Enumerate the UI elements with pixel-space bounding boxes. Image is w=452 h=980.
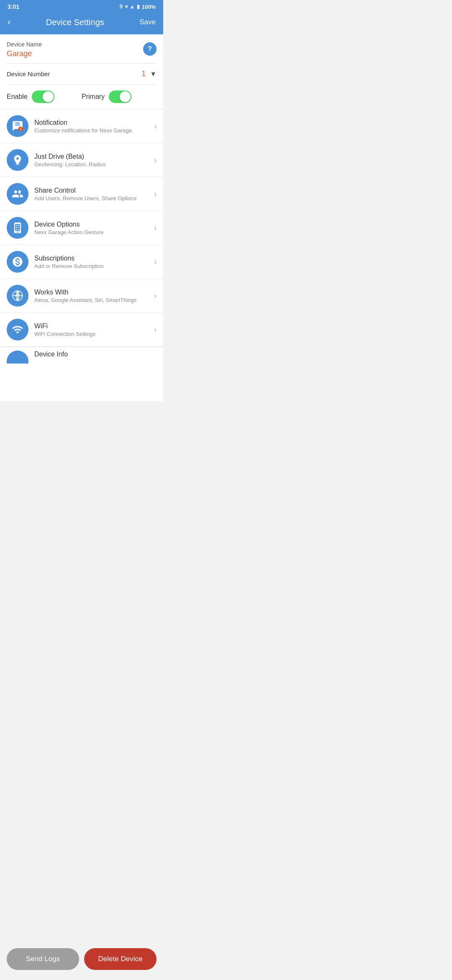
share-control-icon-circle [7,183,28,205]
device-name-value[interactable]: Garage [7,49,157,58]
share-control-title: Share Control [34,187,154,194]
svg-rect-3 [16,225,17,226]
device-number-section: Device Number 1 ▼ [0,64,163,84]
enable-label: Enable [7,93,28,101]
svg-rect-6 [18,227,19,228]
device-options-chevron: › [154,224,157,232]
device-options-icon [12,222,23,234]
wifi-status-icon: ▾ [125,4,128,10]
svg-rect-8 [18,229,19,230]
location-status-icon: ⚲ [119,4,123,10]
works-with-subtitle: Alexa, Google Assistant, Siri, SmartThin… [34,297,154,303]
works-with-icon: + [12,290,23,302]
primary-toggle[interactable] [109,90,131,103]
device-number-dropdown-arrow[interactable]: ▼ [150,70,157,78]
works-with-chevron: › [154,291,157,300]
menu-item-works-with[interactable]: + Works With Alexa, Google Assistant, Si… [0,279,163,313]
wifi-chevron: › [154,325,157,334]
header: ‹ Device Settings Save [0,13,163,34]
content-area: Device Name Garage ? Device Number 1 ▼ E… [0,34,163,401]
svg-rect-7 [16,229,17,230]
enable-toggle-group: Enable [7,90,82,103]
subscriptions-icon-circle [7,251,28,273]
works-with-text: Works With Alexa, Google Assistant, Siri… [34,289,154,303]
primary-label: Primary [82,93,105,101]
share-control-text: Share Control Add Users, Remove Users, S… [34,187,154,201]
just-drive-subtitle: Geofencing: Location, Radius [34,161,154,168]
subscriptions-title: Subscriptions [34,255,154,262]
menu-item-notification[interactable]: ! Notification Customize notifications f… [0,109,163,143]
wifi-text: WiFi WiFi Connection Settings [34,322,154,337]
menu-item-subscriptions[interactable]: Subscriptions Add or Remove Subscription… [0,245,163,279]
menu-item-wifi[interactable]: WiFi WiFi Connection Settings › [0,313,163,347]
device-options-icon-circle [7,217,28,239]
notification-icon: ! [12,120,23,132]
subscriptions-icon [12,256,23,268]
notification-text: Notification Customize notifications for… [34,119,154,134]
battery-status-icon: ▮ [137,4,140,10]
help-icon[interactable]: ? [143,42,157,56]
menu-item-just-drive[interactable]: Just Drive (Beta) Geofencing: Location, … [0,143,163,177]
subscriptions-subtitle: Add or Remove Subscription [34,263,154,269]
status-time: 3:01 [8,3,19,10]
device-name-section: Device Name Garage ? [0,34,163,63]
notification-chevron: › [154,122,157,131]
notification-icon-circle: ! [7,115,28,137]
device-number-right[interactable]: 1 ▼ [141,70,157,78]
notification-subtitle: Customize notifications for Nexx Garage. [34,127,154,134]
share-control-chevron: › [154,190,157,199]
device-info-icon-partial [7,351,28,364]
wifi-title: WiFi [34,322,154,330]
menu-item-device-options[interactable]: Device Options Nexx Garage Action Gestur… [0,211,163,245]
back-button[interactable]: ‹ [8,17,10,28]
just-drive-title: Just Drive (Beta) [34,153,154,160]
device-options-text: Device Options Nexx Garage Action Gestur… [34,221,154,235]
signal-status-icon: ▲ [130,4,135,10]
just-drive-icon-circle [7,149,28,171]
wifi-icon-circle [7,319,28,340]
primary-toggle-group: Primary [82,90,157,103]
subscriptions-text: Subscriptions Add or Remove Subscription [34,255,154,269]
wifi-subtitle: WiFi Connection Settings [34,331,154,337]
device-name-label: Device Name [7,41,157,48]
toggle-section: Enable Primary [0,85,163,109]
battery-percentage: 100% [142,4,156,10]
device-number-value: 1 [141,70,146,78]
menu-item-share-control[interactable]: Share Control Add Users, Remove Users, S… [0,177,163,211]
svg-rect-5 [16,227,17,228]
device-options-subtitle: Nexx Garage Action Gesture [34,229,154,235]
enable-toggle[interactable] [32,90,54,103]
svg-text:+: + [16,291,19,298]
status-bar: 3:01 ⚲ ▾ ▲ ▮ 100% [0,0,163,13]
svg-point-2 [15,164,20,165]
device-options-title: Device Options [34,221,154,228]
svg-rect-4 [18,225,19,226]
just-drive-text: Just Drive (Beta) Geofencing: Location, … [34,153,154,168]
status-right: ⚲ ▾ ▲ ▮ 100% [119,4,156,10]
share-control-subtitle: Add Users, Remove Users, Share Options [34,195,154,201]
works-with-icon-circle: + [7,285,28,307]
subscriptions-chevron: › [154,258,157,266]
just-drive-chevron: › [154,156,157,165]
just-drive-icon [12,154,23,166]
works-with-title: Works With [34,289,154,296]
wifi-icon [12,324,23,335]
share-control-icon [12,188,23,200]
device-info-title-partial: Device Info [34,351,68,358]
page-title: Device Settings [46,18,104,27]
svg-text:!: ! [20,128,21,132]
save-button[interactable]: Save [139,18,156,26]
notification-title: Notification [34,119,154,126]
menu-item-device-info-partial[interactable]: Device Info [0,347,163,364]
device-number-label: Device Number [7,70,50,77]
